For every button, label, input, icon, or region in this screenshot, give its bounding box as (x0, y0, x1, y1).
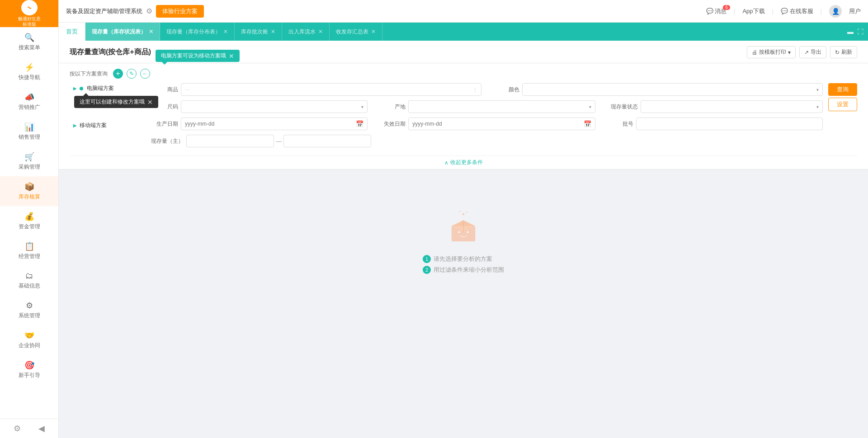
scheme-tree-mobile[interactable]: ▶ 移动端方案 (73, 120, 142, 131)
system-title: 装备及固定资产辅助管理系统 (66, 7, 142, 15)
template-print-btn[interactable]: 🖨 按模板打印 ▾ (747, 46, 796, 58)
expire-date-wrap[interactable]: 📅 (408, 118, 595, 130)
scheme-edit-btn[interactable]: ✎ (127, 69, 137, 79)
sidebar-item-enterprise[interactable]: 🤝 企业协同 (0, 325, 58, 355)
tab-batch-account[interactable]: 库存批次账 ✕ (235, 23, 282, 41)
stock-qty-range: — (186, 135, 371, 147)
tab-close-2[interactable]: ✕ (223, 28, 228, 35)
tab-close-1[interactable]: ✕ (149, 28, 153, 35)
main-area: 装备及固定资产辅助管理系统 ⚙ 体验行业方案 💬 消息 6 | App下载 | … (59, 0, 868, 438)
tree-arrow-icon: ▶ (73, 86, 77, 91)
set-btn[interactable]: 设置 (828, 98, 857, 111)
filter-label-expire-date: 失效日期 (378, 120, 406, 128)
filter-item-size: 尺码 ▾ (151, 100, 368, 113)
sidebar-item-sales[interactable]: 📊 销售管理 (0, 117, 58, 146)
system-icon: ⚙ (26, 301, 33, 311)
prod-date-input[interactable] (185, 121, 354, 127)
page-actions: 🖨 按模板打印 ▾ ↗ 导出 ↻ 刷新 (747, 46, 857, 58)
size-select[interactable]: ▾ (181, 100, 368, 113)
online-service-link[interactable]: 💬 在线客服 (781, 7, 813, 15)
tab-flow[interactable]: 出入库流水 ✕ (282, 23, 330, 41)
collapse-row[interactable]: ∧ 收起更多条件 (70, 155, 857, 169)
tooltip2-close[interactable]: ✕ (147, 99, 153, 106)
filter-item-origin: 产地 ▾ (378, 100, 595, 113)
scheme-add-btn[interactable]: + (113, 69, 123, 79)
filter-label-stock-status: 现存量状态 (606, 103, 638, 111)
sidebar-item-guide[interactable]: 🎯 新手引导 (0, 355, 58, 385)
tab-close-3[interactable]: ✕ (271, 28, 275, 35)
topbar-settings-icon[interactable]: ⚙ (146, 7, 152, 15)
filter-area: 按以下方案查询 + ✎ ← 电脑方案可设为移动方案哦 ✕ ▶ 电脑端方案 (59, 63, 868, 170)
export-btn[interactable]: ↗ 导出 (799, 46, 826, 58)
user-label: 用户 (849, 7, 861, 15)
filter-label-batch: 批号 (606, 120, 633, 128)
empty-icon (443, 207, 484, 250)
tab-minimize-icon[interactable]: ▬ (847, 28, 854, 35)
app-download-link[interactable]: App下载 (742, 7, 764, 15)
filter-item-prod-date: 生产日期 📅 (151, 118, 368, 130)
svg-point-7 (462, 213, 465, 215)
logo-icon (21, 0, 38, 15)
filter-item-expire-date: 失效日期 📅 (378, 118, 595, 130)
stock-qty-max-input[interactable] (283, 135, 371, 147)
color-select-wrap[interactable]: ▾ (522, 83, 823, 96)
sidebar-item-marketing[interactable]: 📣 营销推广 (0, 87, 58, 117)
scheme-tree-pc[interactable]: ▶ 电脑端方案 (73, 83, 142, 94)
size-select-wrap[interactable]: ▾ (181, 100, 368, 113)
sidebar-item-base-info[interactable]: 🗂 基础信息 (0, 266, 58, 295)
sales-icon: 📊 (24, 122, 34, 132)
sidebar-item-operation[interactable]: 📋 经营管理 (0, 236, 58, 266)
sidebar-item-quick-nav[interactable]: ⚡ 快捷导航 (0, 57, 58, 87)
stock-qty-min-input[interactable] (186, 135, 274, 147)
expire-date-icon[interactable]: 📅 (584, 120, 591, 127)
sidebar-item-inventory[interactable]: 📦 库存核算 (0, 176, 58, 206)
tab-actions: ▬ ⛶ (843, 23, 868, 41)
expire-date-input[interactable] (412, 121, 581, 127)
prod-date-icon[interactable]: 📅 (356, 120, 363, 127)
collapse-icon: ∧ (444, 160, 448, 166)
origin-select-wrap[interactable]: ▾ (408, 100, 595, 113)
industry-btn[interactable]: 体验行业方案 (156, 5, 204, 18)
operation-icon: 📋 (24, 241, 34, 251)
page-title: 现存量查询(按仓库+商品) (70, 47, 151, 57)
tab-inventory-status[interactable]: 现存量（库存状况表） ✕ (85, 23, 160, 41)
batch-input[interactable] (636, 118, 823, 130)
refresh-btn[interactable]: ↻ 刷新 (830, 46, 857, 58)
tab-close-5[interactable]: ✕ (371, 28, 376, 35)
stock-status-select-wrap[interactable]: ▾ (641, 100, 823, 113)
settings-bottom-icon[interactable]: ⚙ (14, 424, 21, 433)
filter-label-origin: 产地 (378, 103, 406, 111)
filter-item-batch: 批号 (606, 118, 823, 130)
scheme-tooltip-2: 这里可以创建和修改方案哦 ✕ (74, 96, 158, 108)
sidebar-item-search-menu[interactable]: 🔍 搜索菜单 (0, 27, 58, 57)
filter-item-color: 颜色 ▾ (492, 83, 823, 96)
user-avatar: 👤 (829, 5, 842, 18)
message-icon-wrap[interactable]: 💬 消息 6 (706, 7, 726, 15)
prod-date-wrap[interactable]: 📅 (181, 118, 368, 130)
product-select-wrap[interactable]: ··· ⋮ (181, 83, 481, 96)
origin-select[interactable]: ▾ (408, 100, 595, 113)
tab-home[interactable]: 首页 (59, 23, 85, 41)
tooltip1-close[interactable]: ✕ (229, 52, 234, 60)
tab-close-4[interactable]: ✕ (318, 28, 323, 35)
tab-summary[interactable]: 收发存汇总表 ✕ (330, 23, 382, 41)
tab-maximize-icon[interactable]: ⛶ (857, 28, 863, 35)
color-select[interactable]: ▾ (522, 83, 823, 96)
stock-status-select[interactable]: ▾ (641, 100, 823, 113)
dropdown-icon: ▾ (788, 49, 791, 56)
sidebar: 畅通好生意 标准版 🔍 搜索菜单 ⚡ 快捷导航 📣 营销推广 📊 销售管理 🛒 … (0, 0, 59, 438)
sidebar-item-system[interactable]: ⚙ 系统管理 (0, 295, 58, 325)
empty-tips: 1 请先选择要分析的方案 2 用过滤条件来缩小分析范围 (423, 255, 504, 277)
product-select[interactable]: ··· ⋮ (181, 83, 481, 96)
sidebar-logo: 畅通好生意 标准版 (0, 0, 58, 27)
collapse-sidebar-icon[interactable]: ◀ (38, 424, 45, 433)
filter-label-color: 颜色 (492, 86, 519, 94)
sidebar-item-finance[interactable]: 💰 资金管理 (0, 206, 58, 236)
query-btn[interactable]: 查询 (828, 83, 857, 96)
tab-inventory-dist[interactable]: 现存量（库存分布表） ✕ (160, 23, 235, 41)
logo-text: 畅通好生意 标准版 (18, 16, 41, 27)
export-icon: ↗ (804, 49, 809, 56)
sidebar-item-purchase[interactable]: 🛒 采购管理 (0, 146, 58, 176)
topbar-right: 💬 消息 6 | App下载 | 💬 在线客服 | 👤 用户 (706, 5, 861, 18)
scheme-back-btn[interactable]: ← (140, 69, 150, 79)
